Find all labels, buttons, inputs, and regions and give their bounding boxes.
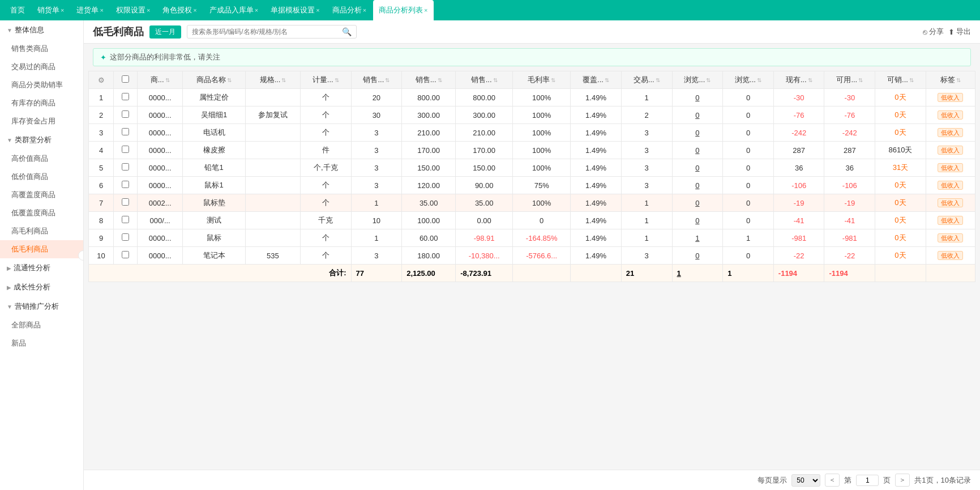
col-header-settings[interactable]: ⚙ [89,71,114,89]
col-header-sale_price[interactable]: 销售...⇅ [402,71,456,89]
view-link[interactable]: 0 [695,111,699,120]
view-link[interactable]: 0 [695,181,699,190]
cell-checkbox[interactable] [114,247,138,265]
col-header-spec[interactable]: 规格...⇅ [245,71,300,89]
view-link[interactable]: 0 [695,216,699,225]
sidebar-group-0[interactable]: ▼整体信息 [0,20,83,40]
cell-checkbox[interactable] [114,142,138,159]
sort-icon-gross_rate[interactable]: ⇅ [551,77,555,83]
view-link[interactable]: 0 [695,199,699,207]
sidebar-item-1-4[interactable]: 高毛利商品 [0,222,83,240]
sort-icon-view2[interactable]: ⇅ [757,77,761,83]
sidebar-item-0-1[interactable]: 交易过的商品 [0,58,83,76]
col-header-sale_qty[interactable]: 销售...⇅ [351,71,402,89]
nav-item-商品分析[interactable]: 商品分析 × [327,0,372,20]
row-checkbox[interactable] [122,93,129,100]
view-link[interactable]: 0 [695,146,699,155]
row-checkbox[interactable] [122,251,129,258]
view-link[interactable]: 0 [695,252,699,260]
page-input[interactable] [856,475,879,486]
row-checkbox[interactable] [122,163,129,171]
col-header-code[interactable]: 商...⇅ [138,71,183,89]
cell-checkbox[interactable] [114,194,138,212]
cell-checkbox[interactable] [114,89,138,106]
sort-icon-coverage[interactable]: ⇅ [605,77,609,83]
col-header-name[interactable]: 商品名称⇅ [183,71,246,89]
cell-view1[interactable]: 0 [672,212,723,229]
cell-view1[interactable]: 0 [672,142,723,159]
col-header-view1[interactable]: 浏览...⇅ [672,71,723,89]
row-checkbox[interactable] [122,128,129,135]
sort-icon-sale_amount[interactable]: ⇅ [493,77,498,83]
sidebar-item-4-1[interactable]: 新品 [0,334,83,352]
sort-icon-unit[interactable]: ⇅ [335,77,339,83]
sidebar-item-4-0[interactable]: 全部商品 [0,316,83,334]
page-size-select[interactable]: 50 100 200 [791,474,820,487]
row-checkbox[interactable] [122,216,129,223]
nav-item-角色授权[interactable]: 角色授权 × [157,0,202,20]
sidebar-item-0-0[interactable]: 销售类商品 [0,40,83,58]
col-header-sale_amount[interactable]: 销售...⇅ [456,71,513,89]
col-header-sellable[interactable]: 可销...⇅ [875,71,926,89]
sort-icon-available[interactable]: ⇅ [858,77,863,83]
sidebar-item-0-2[interactable]: 商品分类助销率 [0,76,83,94]
col-header-available[interactable]: 可用...⇅ [824,71,875,89]
nav-item-权限设置[interactable]: 权限设置 × [110,0,156,20]
cell-view1[interactable]: 0 [672,177,723,194]
nav-close-icon[interactable]: × [316,7,319,14]
col-header-current[interactable]: 现有...⇅ [773,71,824,89]
nav-item-进货单[interactable]: 进货单 × [71,0,109,20]
nav-item-单据模板设置[interactable]: 单据模板设置 × [265,0,325,20]
nav-close-icon[interactable]: × [100,7,103,14]
cell-checkbox[interactable] [114,106,138,124]
row-checkbox[interactable] [122,110,129,118]
sort-icon-trade_count[interactable]: ⇅ [656,77,660,83]
search-input[interactable] [192,28,342,36]
col-header-view2[interactable]: 浏览...⇅ [723,71,774,89]
cell-checkbox[interactable] [114,124,138,142]
next-page-btn[interactable]: ＞ [895,474,910,487]
sort-icon-current[interactable]: ⇅ [808,77,812,83]
cell-checkbox[interactable] [114,212,138,229]
cell-view1[interactable]: 0 [672,106,723,124]
sidebar-item-0-4[interactable]: 库存资金占用 [0,112,83,130]
row-checkbox[interactable] [122,198,129,206]
view-link[interactable]: 0 [695,164,699,172]
cell-view1[interactable]: 0 [672,159,723,177]
filter-btn[interactable]: 近一月 [149,25,181,39]
row-checkbox[interactable] [122,181,129,188]
sort-icon-tag[interactable]: ⇅ [956,77,961,83]
col-header-gross_rate[interactable]: 毛利率⇅ [513,71,571,89]
cell-view1[interactable]: 0 [672,194,723,212]
col-header-coverage[interactable]: 覆盖...⇅ [571,71,622,89]
nav-close-icon[interactable]: × [424,7,427,14]
cell-checkbox[interactable] [114,229,138,247]
sidebar-group-1[interactable]: ▼类群堂分析 [0,130,83,150]
sidebar-item-1-3[interactable]: 低覆盖度商品 [0,204,83,222]
cell-view1[interactable]: 0 [672,124,723,142]
col-header-tag[interactable]: 标签⇅ [926,71,975,89]
view-link[interactable]: 1 [695,234,699,242]
cell-view1[interactable]: 0 [672,89,723,106]
nav-item-销货单[interactable]: 销货单 × [32,0,70,20]
sort-icon-sale_qty[interactable]: ⇅ [385,77,390,83]
sidebar-group-4[interactable]: ▼营销推广分析 [0,297,83,316]
sidebar-group-2[interactable]: ▶流通性分析 [0,258,83,278]
cell-checkbox[interactable] [114,159,138,177]
sidebar-item-1-2[interactable]: 高覆盖度商品 [0,186,83,204]
nav-close-icon[interactable]: × [193,7,196,14]
sidebar-item-1-5[interactable]: 低毛利商品 [0,240,83,258]
nav-close-icon[interactable]: × [61,7,64,14]
search-icon[interactable]: 🔍 [342,27,352,36]
sort-icon-name[interactable]: ⇅ [227,77,232,83]
select-all-checkbox[interactable] [122,75,129,83]
sidebar-item-0-3[interactable]: 有库存的商品 [0,94,83,112]
sort-icon-sale_price[interactable]: ⇅ [438,77,442,83]
nav-item-商品分析列表[interactable]: 商品分析列表 × [373,0,433,20]
cell-view1[interactable]: 0 [672,247,723,265]
row-checkbox[interactable] [122,146,129,153]
cell-view1[interactable]: 1 [672,229,723,247]
nav-close-icon[interactable]: × [147,7,150,14]
table-container[interactable]: ⚙商...⇅商品名称⇅规格...⇅计量...⇅销售...⇅销售...⇅销售...… [88,71,975,470]
share-btn[interactable]: ⎋ 分享 [923,27,944,37]
